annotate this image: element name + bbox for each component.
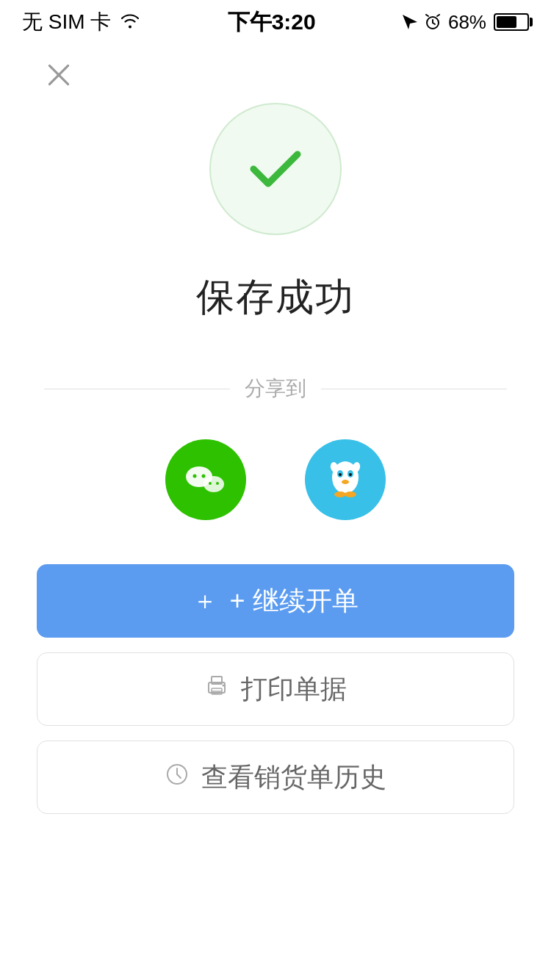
battery-icon — [494, 13, 529, 31]
svg-line-5 — [437, 15, 439, 16]
svg-point-13 — [216, 482, 219, 485]
success-circle — [209, 103, 342, 235]
print-receipt-button[interactable]: 打印单据 — [37, 652, 514, 726]
main-content: 保存成功 分享到 — [0, 44, 551, 814]
svg-point-23 — [345, 491, 356, 497]
status-right: 68% — [403, 11, 529, 34]
svg-point-17 — [339, 473, 342, 476]
close-icon — [46, 62, 72, 88]
close-button[interactable] — [37, 53, 81, 97]
success-title: 保存成功 — [196, 272, 355, 323]
divider-left — [44, 389, 230, 389]
svg-point-12 — [209, 482, 212, 485]
qq-share-button[interactable] — [305, 439, 386, 520]
plus-icon: ＋ — [192, 584, 217, 618]
wechat-icon — [183, 461, 228, 499]
print-receipt-label: 打印单据 — [241, 671, 347, 707]
svg-line-3 — [433, 23, 435, 24]
status-bar: 无 SIM 卡 下午3:20 68% — [0, 0, 551, 44]
printer-icon — [204, 674, 229, 705]
checkmark-icon — [242, 136, 309, 202]
location-icon — [403, 15, 417, 29]
no-sim-label: 无 SIM 卡 — [22, 8, 111, 36]
share-section: 分享到 — [0, 375, 551, 520]
svg-point-18 — [349, 473, 352, 476]
status-left: 无 SIM 卡 — [22, 8, 140, 36]
svg-point-29 — [223, 685, 225, 687]
share-label: 分享到 — [245, 375, 306, 403]
continue-order-button[interactable]: ＋ + 继续开单 — [37, 564, 514, 638]
svg-point-10 — [193, 475, 197, 478]
continue-order-label: + 继续开单 — [229, 583, 358, 619]
wechat-share-button[interactable] — [165, 439, 246, 520]
svg-point-11 — [202, 475, 206, 478]
history-icon — [165, 762, 190, 793]
svg-point-22 — [334, 491, 346, 497]
alarm-icon — [425, 14, 441, 30]
status-time: 下午3:20 — [228, 7, 316, 37]
svg-point-19 — [342, 480, 349, 484]
share-icons — [165, 439, 386, 520]
battery-fill — [497, 16, 516, 28]
svg-line-4 — [426, 15, 428, 16]
battery-percentage: 68% — [448, 11, 486, 34]
svg-point-9 — [204, 476, 224, 492]
qq-icon — [323, 455, 368, 504]
svg-marker-0 — [403, 15, 417, 29]
action-buttons: ＋ + 继续开单 打印单据 — [0, 564, 551, 814]
view-history-label: 查看销货单历史 — [201, 760, 386, 796]
wifi-icon — [120, 11, 140, 34]
view-history-button[interactable]: 查看销货单历史 — [37, 741, 514, 814]
divider-right — [321, 389, 507, 389]
share-divider: 分享到 — [0, 375, 551, 403]
